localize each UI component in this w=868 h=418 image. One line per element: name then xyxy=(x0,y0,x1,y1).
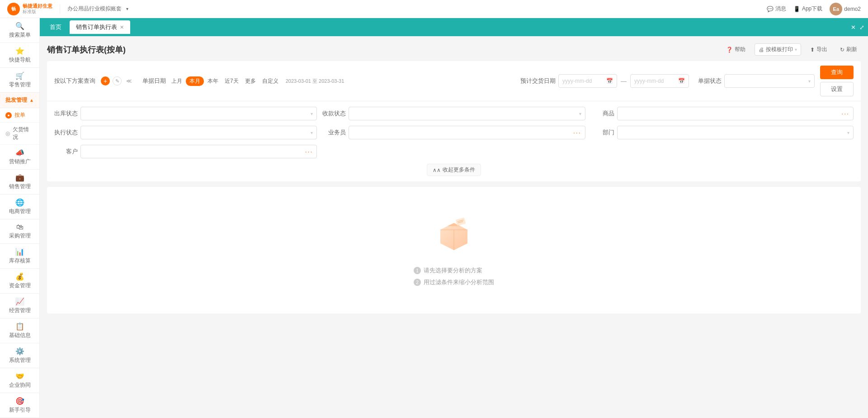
empty-tip-2: 2 用过滤条件来缩小分析范围 xyxy=(414,278,494,286)
receipt-status-field: 收款状态 ▾ xyxy=(322,107,585,120)
receipt-status-chevron-icon: ▾ xyxy=(579,111,581,116)
receipt-status-label: 收款状态 xyxy=(322,109,346,118)
enterprise-icon: 🤝 xyxy=(15,372,24,380)
help-button[interactable]: ❓ 帮助 xyxy=(722,44,749,55)
ecommerce-icon: 🌐 xyxy=(15,198,24,207)
sidebar-sub-item-press-order[interactable]: ● 按单 xyxy=(0,108,39,123)
goods-dots-control[interactable]: ··· xyxy=(617,107,854,120)
date-tabs: 上月 本月 本年 近7天 更多 自定义 xyxy=(169,76,281,86)
sidebar-item-operation[interactable]: 📈 经营管理 xyxy=(0,294,39,318)
filter-edit-scheme-button[interactable]: ✎ xyxy=(113,76,122,86)
sidebar-item-wholesale-mgmt[interactable]: 批发管理 ▲ xyxy=(0,93,39,108)
filter-collapse-sidebar-button[interactable]: ≪ xyxy=(124,76,133,86)
marketing-icon: 📣 xyxy=(15,148,24,157)
nav-dropdown-icon[interactable]: ▾ xyxy=(126,6,128,11)
date-tab-7days[interactable]: 近7天 xyxy=(222,76,241,86)
forecast-date-end-calendar-icon: 📅 xyxy=(678,78,685,84)
inventory-icon: 📊 xyxy=(15,247,24,256)
sidebar-item-enterprise[interactable]: 🤝 企业协同 xyxy=(0,368,39,393)
sidebar-item-marketing[interactable]: 📣 营销推广 xyxy=(0,145,39,170)
sidebar-item-retail-mgmt[interactable]: 🛒 零售管理 xyxy=(0,68,39,93)
customer-dots-control[interactable]: ··· xyxy=(80,145,317,158)
date-tab-current-year[interactable]: 本年 xyxy=(205,76,221,86)
sidebar-item-newbie[interactable]: 🎯 新手引导 xyxy=(0,393,39,418)
top-header: 畅 畅捷通好生意 标准版 办公用品行业模拟账套 ▾ 💬 消息 📱 App下载 E… xyxy=(0,0,868,18)
forecast-date-start[interactable]: yyyy-mm-dd 📅 xyxy=(558,74,617,88)
sidebar-item-inventory[interactable]: 📊 库存核算 xyxy=(0,244,39,269)
goods-field: 商品 ··· xyxy=(591,107,854,120)
filter-row-3: 客户 ··· xyxy=(54,145,854,158)
salesperson-label: 业务员 xyxy=(322,128,346,137)
page-title-bar: 销售订单执行表(按单) ❓ 帮助 🖨 按模板打印 ▾ ⬆ 导出 xyxy=(47,43,861,56)
tab-maximize-icon[interactable]: ⤢ xyxy=(859,24,864,31)
dept-select[interactable]: ▾ xyxy=(617,126,854,139)
delivery-status-label: 出库状态 xyxy=(54,109,78,118)
finance-icon: 💰 xyxy=(15,272,24,281)
setting-button[interactable]: 设置 xyxy=(820,82,854,96)
purchase-icon: 🛍 xyxy=(16,223,24,231)
exec-status-select[interactable]: ▾ xyxy=(80,126,317,139)
dept-field: 部门 ▾ xyxy=(591,126,854,139)
refresh-button[interactable]: ↻ 刷新 xyxy=(836,44,861,55)
export-icon: ⬆ xyxy=(810,47,815,53)
export-button[interactable]: ⬆ 导出 xyxy=(807,44,831,55)
sidebar-item-finance[interactable]: 💰 资金管理 xyxy=(0,269,39,294)
query-button[interactable]: 查询 xyxy=(820,66,854,79)
print-button[interactable]: 🖨 按模板打印 ▾ xyxy=(755,43,801,56)
tab-bar: 首页 销售订单执行表 ✕ ✕ ⤢ xyxy=(40,18,868,36)
basic-info-icon: 📋 xyxy=(15,322,24,331)
operation-icon: 📈 xyxy=(15,297,24,306)
empty-tips: 1 请先选择要分析的方案 2 用过滤条件来缩小分析范围 xyxy=(414,266,494,286)
sidebar-item-ecommerce[interactable]: 🌐 电商管理 xyxy=(0,195,39,219)
sidebar-item-sales-mgmt[interactable]: 💼 销售管理 xyxy=(0,170,39,195)
help-icon: ❓ xyxy=(726,47,733,53)
receipt-status-select[interactable]: ▾ xyxy=(349,107,585,120)
exec-status-label: 执行状态 xyxy=(54,128,78,137)
status-label: 单据状态 xyxy=(698,77,722,85)
tip-num-1: 1 xyxy=(414,267,421,274)
date-tab-custom[interactable]: 自定义 xyxy=(259,76,281,86)
filter-section: 按以下方案查询 + ✎ ≪ 单据日期 上月 本月 本年 近7天 xyxy=(47,61,861,181)
status-select[interactable]: ▾ xyxy=(724,74,815,88)
filter-add-scheme-button[interactable]: + xyxy=(101,76,110,86)
tab-close-icon[interactable]: ✕ xyxy=(120,24,124,30)
nav-text: 办公用品行业模拟账套 xyxy=(67,5,122,13)
filter-row-1: 出库状态 ▾ 收款状态 xyxy=(54,107,854,120)
user-menu[interactable]: Ea demo2 xyxy=(830,3,861,15)
print-dropdown-icon: ▾ xyxy=(795,47,797,52)
sidebar-item-basic-info[interactable]: 📋 基础信息 xyxy=(0,318,39,343)
empty-tip-1: 1 请先选择要分析的方案 xyxy=(414,266,494,275)
sidebar-item-purchase[interactable]: 🛍 采购管理 xyxy=(0,219,39,244)
sidebar-sub-item-debt[interactable]: ◎ 欠货情况 xyxy=(0,123,39,145)
header-left: 畅 畅捷通好生意 标准版 办公用品行业模拟账套 ▾ xyxy=(7,3,128,15)
customer-label: 客户 xyxy=(54,147,78,156)
empty-state: 1 请先选择要分析的方案 2 用过滤条件来缩小分析范围 xyxy=(47,187,861,314)
forecast-date-label: 预计交货日期 xyxy=(520,77,556,85)
dept-label: 部门 xyxy=(591,128,614,137)
quick-nav-icon: ⭐ xyxy=(15,47,24,55)
tab-bar-actions: ✕ ⤢ xyxy=(851,24,864,31)
empty-state-icon xyxy=(431,214,476,259)
delivery-status-select[interactable]: ▾ xyxy=(80,107,317,120)
sidebar-item-quick-nav[interactable]: ⭐ 快捷导航 xyxy=(0,43,39,68)
tab-home[interactable]: 首页 xyxy=(43,20,68,34)
filter-row-2: 执行状态 ▾ 业务员 ··· xyxy=(54,126,854,139)
collapse-more-button[interactable]: ∧∧ 收起更多条件 xyxy=(427,164,481,176)
date-tab-current-month[interactable]: 本月 xyxy=(186,76,204,86)
collapse-row: ∧∧ 收起更多条件 xyxy=(54,164,854,176)
filter-scheme-label: 按以下方案查询 xyxy=(54,77,95,85)
date-tab-more[interactable]: 更多 xyxy=(242,76,259,86)
message-button[interactable]: 💬 消息 xyxy=(767,5,786,13)
download-icon: 📱 xyxy=(793,6,800,12)
status-select-chevron-icon: ▾ xyxy=(808,79,811,84)
avatar: Ea xyxy=(830,3,842,15)
sidebar-item-search-menu[interactable]: 🔍 搜索菜单 xyxy=(0,18,39,43)
salesperson-field: 业务员 ··· xyxy=(322,126,585,139)
salesperson-dots-control[interactable]: ··· xyxy=(349,126,585,139)
date-tab-last-month[interactable]: 上月 xyxy=(169,76,185,86)
app-download-button[interactable]: 📱 App下载 xyxy=(793,5,822,13)
tab-sales-order-exec[interactable]: 销售订单执行表 ✕ xyxy=(70,20,130,34)
tab-minimize-icon[interactable]: ✕ xyxy=(851,24,856,31)
sidebar-item-system-mgmt[interactable]: ⚙️ 系统管理 xyxy=(0,343,39,368)
forecast-date-end[interactable]: yyyy-mm-dd 📅 xyxy=(630,74,689,88)
